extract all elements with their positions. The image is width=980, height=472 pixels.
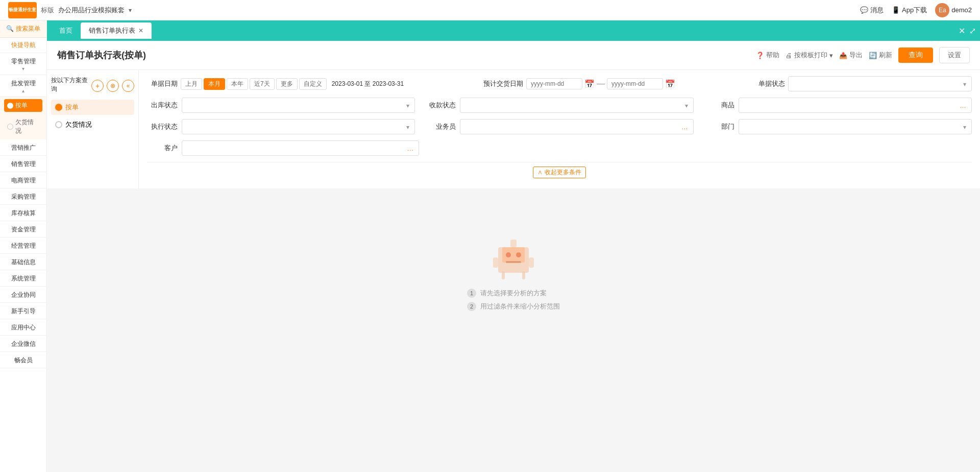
filter-grid: 单据日期 上月 本月 本年 近7天 更多 自定义 2023-03-01 至 20… — [139, 70, 980, 188]
sidebar-item-enterprise[interactable]: 企业协同 — [0, 287, 46, 303]
calendar-end-icon: 📅 — [665, 79, 675, 89]
sidebar-item-basic[interactable]: 基础信息 — [0, 254, 46, 270]
tab-window-close-icon[interactable]: ✕ — [959, 26, 965, 36]
svg-rect-6 — [493, 257, 498, 268]
sidebar-item-system[interactable]: 系统管理 — [0, 270, 46, 287]
search-icon: 🔍 — [6, 25, 14, 32]
expected-delivery-start[interactable] — [526, 78, 582, 89]
date-range-display: 2023-03-01 至 2023-03-31 — [332, 80, 404, 88]
department-label: 部门 — [704, 122, 734, 131]
order-status-label: 单据状态 — [754, 79, 785, 88]
date-btn-7days[interactable]: 近7天 — [250, 78, 275, 90]
date-btn-custom[interactable]: 自定义 — [299, 78, 327, 90]
date-btn-thismonth[interactable]: 本月 — [204, 78, 225, 90]
wholesale-sub-item-anjian[interactable]: 按单 — [0, 97, 46, 114]
scheme-anjian-icon — [55, 104, 62, 111]
sidebar-item-newbie[interactable]: 新手引导 — [0, 303, 46, 319]
sidebar-item-apps[interactable]: 应用中心 — [0, 319, 46, 336]
quhuo-label: 欠货情况 — [15, 118, 39, 135]
sidebar-item-operations[interactable]: 经营管理 — [0, 238, 46, 254]
sidebar-item-inventory[interactable]: 库存核算 — [0, 205, 46, 221]
expected-delivery-label: 预计交货日期 — [483, 79, 523, 88]
scheme-quhuo[interactable]: 欠货情况 — [51, 117, 134, 132]
expected-delivery-end[interactable] — [607, 78, 663, 89]
sidebar-item-ecommerce[interactable]: 电商管理 — [0, 172, 46, 188]
date-btn-lastmonth[interactable]: 上月 — [181, 78, 202, 90]
collapse-conditions-btn[interactable]: ∧ 收起更多条件 — [533, 167, 585, 178]
app-download-icon: 📱 — [892, 6, 900, 14]
filter-body: 按以下方案查询 + ⊗ « 按单 欠货情况 — [47, 70, 980, 188]
help-icon: ❓ — [756, 52, 764, 59]
retail-expand-icon: ▾ — [22, 66, 24, 72]
scheme-add-btn[interactable]: + — [91, 80, 104, 92]
scheme-quhuo-icon — [55, 121, 62, 128]
product-input[interactable]: … — [739, 98, 972, 113]
tab-expand-icon[interactable]: ⤢ — [969, 26, 976, 36]
wholesale-sub-item-quhuo[interactable]: 欠货情况 — [0, 114, 46, 139]
svg-point-2 — [506, 252, 511, 257]
page-subtitle: 标版 — [41, 6, 54, 15]
delivery-status-field: 出库状态 — [147, 98, 415, 113]
salesperson-input[interactable]: … — [460, 119, 693, 134]
sidebar-search[interactable]: 🔍 搜索菜单 — [0, 20, 46, 38]
scheme-edit-btn[interactable]: ⊗ — [107, 80, 119, 92]
sidebar-item-marketing[interactable]: 营销推广 — [0, 139, 46, 156]
date-range-separator: — — [597, 79, 605, 88]
print-template-btn[interactable]: 🖨 按模板打印 ▾ — [786, 51, 833, 60]
scheme-collapse-btn[interactable]: « — [122, 80, 134, 92]
date-buttons: 上月 本月 本年 近7天 更多 自定义 — [181, 78, 327, 90]
refresh-btn[interactable]: 🔄 刷新 — [869, 51, 892, 60]
message-btn[interactable]: 💬 消息 — [860, 6, 884, 15]
tab-home[interactable]: 首页 — [51, 22, 81, 39]
sidebar-item-purchase[interactable]: 采购管理 — [0, 188, 46, 205]
page-header: 销售订单执行表(按单) ❓ 帮助 🖨 按模板打印 ▾ 📤 导出 — [47, 41, 980, 70]
sidebar-item-wholesale[interactable]: 批发管理 ▴ — [0, 75, 46, 97]
product-more-icon[interactable]: … — [960, 102, 966, 109]
tab-sales-order[interactable]: 销售订单执行表 ✕ — [81, 22, 152, 39]
calendar-start-icon: 📅 — [584, 79, 595, 89]
empty-tips: 1 请先选择要分析的方案 2 用过滤条件来缩小分析范围 — [467, 289, 560, 311]
product-label: 商品 — [704, 101, 734, 110]
salesperson-more-icon[interactable]: … — [681, 123, 688, 131]
date-btn-more[interactable]: 更多 — [276, 78, 298, 90]
page-title: 销售订单执行表(按单) — [57, 49, 146, 61]
payment-status-field: 收款状态 — [425, 98, 693, 113]
department-select[interactable] — [739, 119, 972, 134]
empty-tip-2: 2 用过滤条件来缩小分析范围 — [467, 302, 560, 311]
date-filter-label: 单据日期 — [147, 79, 178, 88]
date-btn-thisyear[interactable]: 本年 — [227, 78, 248, 90]
page-enterprise-title: 办公用品行业模拟账套 — [58, 6, 125, 15]
sidebar-item-finance[interactable]: 资金管理 — [0, 221, 46, 238]
sidebar-item-sales[interactable]: 销售管理 — [0, 156, 46, 172]
customer-more-icon[interactable]: … — [407, 145, 413, 152]
enterprise-dropdown-icon[interactable]: ▾ — [129, 7, 132, 14]
sidebar-item-retail[interactable]: 零售管理 ▾ — [0, 53, 46, 75]
order-status-select[interactable] — [788, 76, 972, 91]
sidebar-item-wechat[interactable]: 企业微信 — [0, 336, 46, 352]
filter-row-3: 执行状态 业务员 … — [147, 119, 972, 134]
user-info[interactable]: Ea demo2 — [935, 3, 972, 17]
empty-state: 1 请先选择要分析的方案 2 用过滤条件来缩小分析范围 — [47, 188, 980, 352]
order-status-chevron — [963, 80, 966, 88]
sidebar-quick-nav[interactable]: 快捷导航 — [0, 38, 46, 53]
query-button[interactable]: 查询 — [898, 48, 933, 63]
settings-button[interactable]: 设置 — [939, 47, 970, 63]
customer-input[interactable]: … — [182, 140, 419, 156]
delivery-status-select[interactable] — [182, 98, 415, 113]
print-dropdown-icon: ▾ — [829, 52, 833, 59]
execution-status-select[interactable] — [182, 119, 415, 134]
app-download-btn[interactable]: 📱 App下载 — [892, 6, 927, 15]
tab-close-icon[interactable]: ✕ — [138, 27, 143, 34]
main-layout: 🔍 搜索菜单 快捷导航 零售管理 ▾ 批发管理 ▴ 按单 欠货情况 — [0, 20, 980, 472]
sidebar-item-member[interactable]: 畅会员 — [0, 352, 46, 368]
top-bar: 畅捷通好生意 标版 办公用品行业模拟账套 ▾ 💬 消息 📱 App下载 Ea d… — [0, 0, 980, 20]
delivery-status-label: 出库状态 — [147, 101, 178, 110]
app-logo: 畅捷通好生意 — [8, 2, 37, 18]
scheme-panel: 按以下方案查询 + ⊗ « 按单 欠货情况 — [47, 70, 139, 188]
svg-rect-5 — [510, 240, 517, 247]
filter-row-2: 出库状态 收款状态 — [147, 98, 972, 113]
help-btn[interactable]: ❓ 帮助 — [756, 51, 779, 60]
payment-status-select[interactable] — [460, 98, 693, 113]
scheme-anjian[interactable]: 按单 — [51, 100, 134, 115]
export-btn[interactable]: 📤 导出 — [839, 51, 863, 60]
